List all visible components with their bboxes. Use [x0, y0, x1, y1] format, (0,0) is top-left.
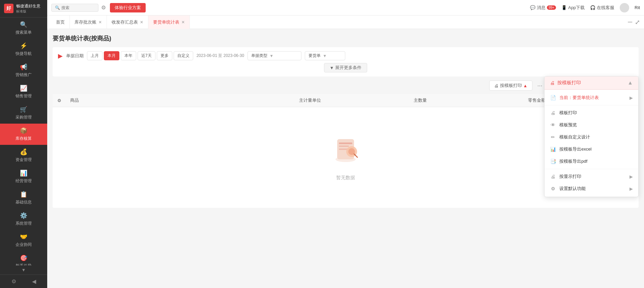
app-download-item[interactable]: 📱 App下载	[561, 5, 585, 11]
order-goods-filter[interactable]: 要货单 ▼	[305, 51, 345, 60]
dropdown-item-template-print[interactable]: 🖨 模板打印	[545, 107, 638, 119]
message-item[interactable]: 💬 消息 99+	[530, 5, 556, 11]
set-default-icon: ⚙	[550, 186, 556, 191]
app-logo: 好 畅捷通好生意 标准版	[0, 0, 47, 18]
dropdown-item-display-print[interactable]: 🖨 按显示打印 ▶	[545, 170, 638, 183]
select-arrow-icon2: ▼	[323, 54, 327, 58]
logo-icon: 好	[4, 4, 13, 13]
sidebar: 好 畅捷通好生意 标准版 🔍 搜索菜单 ⚡ 快捷导航 📢 营销推广 📈 销售管理…	[0, 0, 47, 288]
config-icon[interactable]: ⚙	[57, 98, 61, 103]
app-name: 畅捷通好生意	[16, 3, 40, 9]
sidebar-item-enterprise[interactable]: 🤝 企业协同	[0, 230, 47, 251]
sidebar-item-label: 销售管理	[16, 93, 32, 99]
tabbar: 首页 库存批次账 ✕ 收发存汇总表 ✕ 要货单统计表 ✕ ─ ⤢	[47, 15, 644, 29]
more-dots-btn[interactable]: ···	[535, 82, 544, 89]
sales-nav-icon: 📈	[20, 85, 27, 92]
print-template-label: 按模板打印	[500, 83, 522, 89]
date-btn-this-month[interactable]: 本月	[104, 51, 119, 60]
sidebar-scroll-down[interactable]: ▼	[0, 265, 47, 275]
printer-icon: 🖨	[494, 83, 499, 88]
sidebar-item-guide[interactable]: 🎯 新手引导	[0, 251, 47, 265]
expand-more-btn[interactable]: ▼ 展开更多条件	[324, 63, 368, 72]
tab-close-order-stats[interactable]: ✕	[181, 20, 185, 25]
marketing-nav-icon: 📢	[20, 63, 27, 71]
current-item-label: 当前：要货单统计表	[559, 95, 599, 101]
date-btn-more[interactable]: 更多	[157, 51, 172, 60]
user-name: Rit	[635, 5, 640, 10]
date-btn-this-year[interactable]: 本年	[121, 51, 136, 60]
dropdown-item-export-excel[interactable]: 📊 按模板导出excel	[545, 143, 638, 155]
th-goods: 商品	[66, 94, 295, 107]
sidebar-item-marketing[interactable]: 📢 营销推广	[0, 60, 47, 81]
settings-bottom-icon[interactable]: ⚙	[11, 278, 16, 285]
tab-receipt-summary[interactable]: 收发存汇总表 ✕	[107, 15, 148, 29]
tab-inventory-batch[interactable]: 库存批次账 ✕	[70, 15, 107, 29]
sidebar-item-basic[interactable]: 📋 基础信息	[0, 187, 47, 209]
sidebar-bottom: ⚙ ◀	[0, 275, 47, 288]
page-content: 要货单统计表(按商品) ▶ 单据日期 上月 本月 本年 近7天 更多 自定义 2…	[47, 29, 644, 288]
order-type-select[interactable]: 单据类型 ▼	[247, 51, 301, 60]
date-btn-7days[interactable]: 近7天	[138, 51, 155, 60]
search-nav-icon: 🔍	[20, 21, 27, 28]
system-nav-icon: ⚙️	[20, 212, 27, 219]
sidebar-item-inventory[interactable]: 📦 库存核算	[0, 124, 47, 145]
user-avatar[interactable]	[620, 3, 629, 12]
expand-down-icon: ▼	[330, 65, 334, 70]
set-default-arrow: ▶	[630, 186, 633, 191]
main-area: 🔍 ⚙ 体验行业方案 💬 消息 99+ 📱 App下载 🎧 在线客服 Rit	[47, 0, 644, 288]
collapse-icon[interactable]: ◀	[32, 278, 36, 285]
date-btn-custom[interactable]: 自定义	[174, 51, 193, 60]
print-dropdown-title: 🖨 按模板打印	[550, 80, 581, 86]
tab-expand-icon[interactable]: ⤢	[635, 19, 640, 26]
operations-nav-icon: 📊	[20, 169, 27, 177]
tab-close-receipt-summary[interactable]: ✕	[140, 20, 143, 25]
export-excel-icon: 📊	[550, 147, 556, 152]
sidebar-item-operations[interactable]: 📊 经营管理	[0, 166, 47, 187]
dropdown-item-template-preview[interactable]: 👁 模板预览	[545, 119, 638, 131]
gear-icon[interactable]: ⚙	[101, 4, 106, 11]
trial-button[interactable]: 体验行业方案	[110, 3, 146, 12]
sidebar-item-sales[interactable]: 📈 销售管理	[0, 81, 47, 102]
print-template-dropdown: 🖨 按模板打印 ▲ 📄 当前：要货单统计表 ▶ 🖨 模板打印 👁	[544, 76, 639, 197]
topbar-search[interactable]: 🔍	[51, 4, 98, 12]
sidebar-item-label: 营销推广	[16, 72, 32, 78]
tab-minimize-icon[interactable]: ─	[628, 19, 632, 26]
sidebar-item-system[interactable]: ⚙️ 系统管理	[0, 209, 47, 230]
page-title: 要货单统计表(按商品)	[53, 34, 639, 42]
dropdown-item-set-default[interactable]: ⚙ 设置默认功能 ▶	[545, 183, 638, 195]
template-preview-label: 模板预览	[559, 122, 577, 128]
template-custom-icon: ✏	[550, 134, 556, 140]
template-custom-label: 模板自定义设计	[559, 134, 590, 140]
sidebar-item-finance[interactable]: 💰 资金管理	[0, 145, 47, 166]
sidebar-item-label: 企业协同	[16, 242, 32, 248]
date-label: 单据日期	[66, 53, 84, 59]
print-template-btn[interactable]: 🖨 按模板打印 ▲	[489, 81, 533, 91]
tab-inventory-batch-label: 库存批次账	[75, 19, 96, 25]
date-btn-last-month[interactable]: 上月	[87, 51, 103, 60]
tab-close-inventory-batch[interactable]: ✕	[98, 20, 102, 25]
empty-icon	[329, 134, 362, 171]
sidebar-nav: 🔍 搜索菜单 ⚡ 快捷导航 📢 营销推广 📈 销售管理 🛒 采购管理 📦 库存核…	[0, 18, 47, 265]
topbar-right: 💬 消息 99+ 📱 App下载 🎧 在线客服 Rit	[530, 3, 640, 12]
online-service-item[interactable]: 🎧 在线客服	[590, 5, 614, 11]
filter-expand-arrow[interactable]: ▶	[58, 52, 63, 60]
order-goods-label: 要货单	[309, 53, 321, 59]
date-button-group: 上月 本月 本年 近7天 更多 自定义	[87, 51, 193, 60]
tabbar-right: ─ ⤢	[628, 19, 640, 26]
dropdown-item-current[interactable]: 📄 当前：要货单统计表 ▶	[545, 92, 638, 104]
sidebar-item-shortcut[interactable]: ⚡ 快捷导航	[0, 39, 47, 60]
display-print-icon: 🖨	[550, 174, 556, 179]
inventory-nav-icon: 📦	[20, 127, 27, 134]
display-print-label: 按显示打印	[559, 173, 581, 180]
basic-nav-icon: 📋	[20, 191, 27, 198]
print-dropdown-close-btn[interactable]: ▲	[627, 80, 633, 86]
search-input[interactable]	[61, 5, 95, 10]
tab-order-stats[interactable]: 要货单统计表 ✕	[148, 15, 190, 29]
dropdown-item-export-pdf[interactable]: 📑 按模板导出pdf	[545, 155, 638, 167]
dropdown-item-template-custom[interactable]: ✏ 模板自定义设计	[545, 131, 638, 143]
tab-home[interactable]: 首页	[51, 15, 70, 29]
sidebar-item-search[interactable]: 🔍 搜索菜单	[0, 18, 47, 39]
sidebar-item-purchase[interactable]: 🛒 采购管理	[0, 102, 47, 124]
th-config[interactable]: ⚙	[53, 94, 66, 107]
display-print-arrow: ▶	[630, 174, 633, 179]
